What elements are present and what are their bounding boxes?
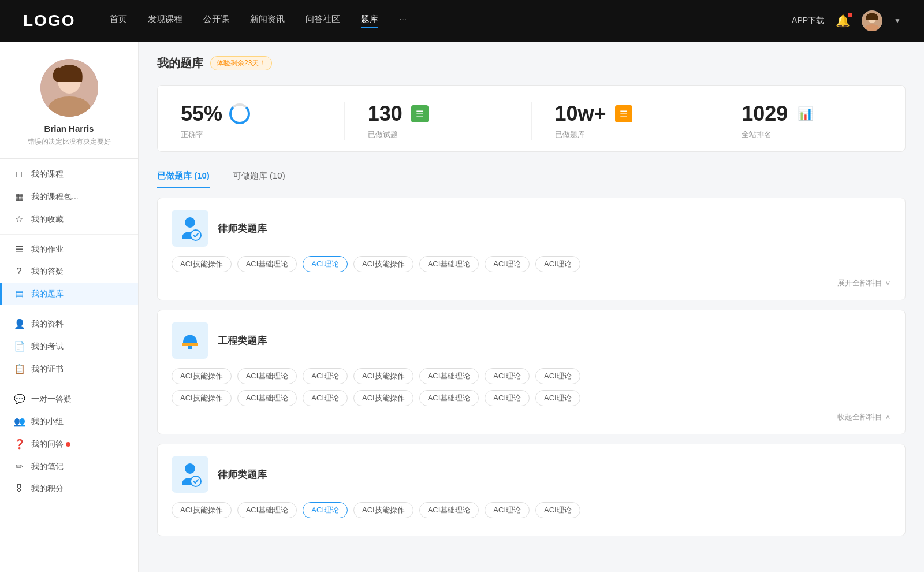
lawyer-1-tags-row: ACI技能操作 ACI基础理论 ACI理论 ACI技能操作 ACI基础理论 AC… <box>172 256 891 272</box>
sidebar-item-group[interactable]: 👥 我的小组 <box>0 410 138 433</box>
nav-home[interactable]: 首页 <box>110 14 127 28</box>
tag-engineer-6[interactable]: ACI理论 <box>535 368 580 384</box>
stat-done-questions-value: 130 <box>368 102 403 126</box>
sidebar-item-exam[interactable]: 📄 我的考试 <box>0 335 138 358</box>
sidebar-item-question-bank[interactable]: ▤ 我的题库 <box>0 283 138 305</box>
stat-ranking: 1029 📊 全站排名 <box>718 102 905 140</box>
main-content: 我的题库 体验剩余23天！ 55% 正确率 130 ☰ <box>139 42 924 572</box>
sidebar-item-qa[interactable]: ? 我的答疑 <box>0 261 138 283</box>
stat-accuracy-row: 55% <box>181 102 250 126</box>
sidebar: Brian Harris 错误的决定比没有决定要好 □ 我的课程 ▦ 我的课程包… <box>0 42 139 572</box>
lawyer-2-tags-row: ACI技能操作 ACI基础理论 ACI理论 ACI技能操作 ACI基础理论 AC… <box>172 502 891 518</box>
sidebar-motto: 错误的决定比没有决定要好 <box>28 137 111 147</box>
sidebar-item-notes[interactable]: ✏ 我的笔记 <box>0 455 138 478</box>
my-qa-icon: ❓ <box>14 439 24 450</box>
nav-more[interactable]: ··· <box>399 14 407 28</box>
nav-menu: 首页 发现课程 公开课 新闻资讯 问答社区 题库 ··· <box>110 14 792 28</box>
nav-open-course[interactable]: 公开课 <box>203 14 229 28</box>
tag-lawyer-1-6[interactable]: ACI理论 <box>535 256 580 272</box>
sidebar-item-profile[interactable]: 👤 我的资料 <box>0 313 138 335</box>
tag-engineer-13[interactable]: ACI理论 <box>535 390 580 406</box>
sidebar-item-course-package[interactable]: ▦ 我的课程包... <box>0 185 138 208</box>
sidebar-item-favorites[interactable]: ☆ 我的收藏 <box>0 208 138 231</box>
page-header: 我的题库 体验剩余23天！ <box>157 55 906 71</box>
tag-engineer-2[interactable]: ACI理论 <box>303 368 348 384</box>
tag-lawyer2-0[interactable]: ACI技能操作 <box>172 502 232 518</box>
nav-qa[interactable]: 问答社区 <box>305 14 340 28</box>
tag-engineer-4[interactable]: ACI基础理论 <box>419 368 479 384</box>
sidebar-item-my-qa[interactable]: ❓ 我的问答 <box>0 433 138 455</box>
svg-point-4 <box>185 217 195 228</box>
tag-lawyer-1-0[interactable]: ACI技能操作 <box>172 256 232 272</box>
stats-card: 55% 正确率 130 ☰ 已做试题 10w+ <box>157 85 906 152</box>
tag-lawyer2-5[interactable]: ACI理论 <box>485 502 530 518</box>
tag-lawyer-1-1[interactable]: ACI基础理论 <box>237 256 297 272</box>
user-menu-chevron-icon[interactable]: ▼ <box>894 17 901 25</box>
course-package-icon: ▦ <box>14 191 24 202</box>
page-container: Brian Harris 错误的决定比没有决定要好 □ 我的课程 ▦ 我的课程包… <box>0 42 924 572</box>
collapse-engineer-button[interactable]: 收起全部科目 ∧ <box>172 412 891 422</box>
tag-engineer-7[interactable]: ACI技能操作 <box>172 390 232 406</box>
bank-section-lawyer-2: 律师类题库 ACI技能操作 ACI基础理论 ACI理论 ACI技能操作 ACI基… <box>157 444 906 536</box>
svg-rect-7 <box>188 346 192 349</box>
profile-icon: 👤 <box>14 318 24 329</box>
bank-section-lawyer-1-header: 律师类题库 <box>172 210 891 247</box>
tag-engineer-0[interactable]: ACI技能操作 <box>172 368 232 384</box>
bar-chart-icon: 📊 <box>798 106 813 121</box>
favorites-icon: ☆ <box>14 214 24 225</box>
sidebar-item-homework[interactable]: ☰ 我的作业 <box>0 238 138 261</box>
bank-section-engineer-header: 工程类题库 <box>172 322 891 359</box>
tag-lawyer-1-3[interactable]: ACI技能操作 <box>353 256 413 272</box>
tag-lawyer-1-2[interactable]: ACI理论 <box>303 256 348 272</box>
user-avatar[interactable] <box>862 10 882 31</box>
nav-discover[interactable]: 发现课程 <box>148 14 182 28</box>
tag-lawyer2-6[interactable]: ACI理论 <box>535 502 580 518</box>
trial-badge: 体验剩余23天！ <box>210 56 272 70</box>
tag-lawyer2-4[interactable]: ACI基础理论 <box>419 502 479 518</box>
tag-lawyer-1-5[interactable]: ACI理论 <box>485 256 530 272</box>
engineer-tags-row-1: ACI技能操作 ACI基础理论 ACI理论 ACI技能操作 ACI基础理论 AC… <box>172 368 891 384</box>
circle-progress-icon <box>229 103 250 124</box>
points-icon: 🎖 <box>14 484 24 494</box>
tabs-bar: 已做题库 (10) 可做题库 (10) <box>157 166 906 188</box>
tag-engineer-8[interactable]: ACI基础理论 <box>237 390 297 406</box>
stat-ranking-label: 全站排名 <box>742 129 772 140</box>
sidebar-item-courses[interactable]: □ 我的课程 <box>0 164 138 185</box>
sidebar-menu: □ 我的课程 ▦ 我的课程包... ☆ 我的收藏 ☰ 我的作业 ? 我的答疑 ▤ <box>0 159 138 504</box>
tag-engineer-12[interactable]: ACI理论 <box>485 390 530 406</box>
app-download-button[interactable]: APP下载 <box>792 16 824 26</box>
page-title: 我的题库 <box>157 55 203 71</box>
tag-engineer-1[interactable]: ACI基础理论 <box>237 368 297 384</box>
tag-lawyer2-3[interactable]: ACI技能操作 <box>353 502 413 518</box>
sidebar-item-one-on-one[interactable]: 💬 一对一答疑 <box>0 388 138 410</box>
notification-bell[interactable]: 🔔 <box>836 14 850 28</box>
tag-lawyer2-1[interactable]: ACI基础理论 <box>237 502 297 518</box>
tag-engineer-9[interactable]: ACI理论 <box>303 390 348 406</box>
tab-available-banks[interactable]: 可做题库 (10) <box>233 166 297 188</box>
tag-lawyer-1-4[interactable]: ACI基础理论 <box>419 256 479 272</box>
engineer-tags-row-2: ACI技能操作 ACI基础理论 ACI理论 ACI技能操作 ACI基础理论 AC… <box>172 390 891 406</box>
stat-accuracy-label: 正确率 <box>181 129 203 140</box>
sidebar-item-points[interactable]: 🎖 我的积分 <box>0 478 138 500</box>
tag-engineer-10[interactable]: ACI技能操作 <box>353 390 413 406</box>
svg-point-10 <box>191 477 200 486</box>
sidebar-divider-1 <box>0 234 138 235</box>
tag-lawyer2-2[interactable]: ACI理论 <box>303 502 348 518</box>
sidebar-item-certificate[interactable]: 📋 我的证书 <box>0 358 138 380</box>
nav-news[interactable]: 新闻资讯 <box>250 14 285 28</box>
stat-done-banks: 10w+ ☰ 已做题库 <box>532 102 719 140</box>
tag-engineer-5[interactable]: ACI理论 <box>485 368 530 384</box>
tag-engineer-11[interactable]: ACI基础理论 <box>419 390 479 406</box>
tab-done-banks[interactable]: 已做题库 (10) <box>157 166 221 188</box>
group-icon: 👥 <box>14 416 24 427</box>
bank-title-lawyer-1: 律师类题库 <box>218 222 267 235</box>
engineer-bank-icon <box>172 322 208 359</box>
logo[interactable]: LOGO <box>23 12 75 30</box>
exam-icon: 📄 <box>14 341 24 352</box>
tag-engineer-3[interactable]: ACI技能操作 <box>353 368 413 384</box>
expand-lawyer-1-button[interactable]: 展开全部科目 ∨ <box>172 278 891 288</box>
one-on-one-icon: 💬 <box>14 393 24 404</box>
certificate-icon: 📋 <box>14 363 24 374</box>
sidebar-username: Brian Harris <box>44 124 94 133</box>
nav-question-bank[interactable]: 题库 <box>361 14 378 28</box>
